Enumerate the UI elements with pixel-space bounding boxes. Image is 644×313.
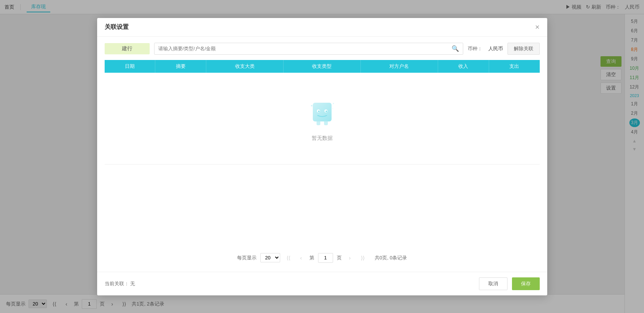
modal-close-button[interactable]: ×: [535, 23, 540, 31]
col-type: 收支类型: [284, 60, 361, 73]
table-container: 日期 摘要 收支大类 收支类型 对方户名 收入 支出: [105, 60, 540, 247]
last-page-btn[interactable]: ⟩⟩: [358, 253, 367, 262]
data-table: 日期 摘要 收支大类 收支类型 对方户名 收入 支出: [105, 60, 540, 165]
prev-page-btn[interactable]: ‹: [297, 253, 306, 262]
page-size-label: 每页显示: [237, 255, 257, 261]
modal-footer: 当前关联： 无 取消 保存: [97, 272, 547, 295]
svg-point-7: [332, 108, 333, 109]
cancel-button[interactable]: 取消: [479, 277, 507, 290]
svg-point-6: [333, 103, 334, 104]
svg-point-5: [311, 105, 312, 106]
empty-text: 暂无数据: [312, 135, 333, 142]
svg-rect-9: [324, 121, 328, 125]
search-box: 🔍: [154, 43, 463, 55]
col-income: 收入: [438, 60, 489, 73]
page-input[interactable]: [318, 253, 333, 263]
next-page-btn[interactable]: ›: [345, 253, 354, 262]
page-total: 共0页, 0条记录: [375, 255, 407, 261]
footer-buttons: 取消 保存: [479, 277, 540, 290]
col-counterparty: 对方户名: [360, 60, 438, 73]
col-summary: 摘要: [155, 60, 206, 73]
search-icon[interactable]: 🔍: [452, 45, 459, 52]
svg-rect-0: [313, 103, 332, 121]
pagination-row: 每页显示 20 ⟨⟨ ‹ 第 页 › ⟩⟩ 共0页, 0条记录: [105, 247, 540, 266]
currency-label: 币种：: [468, 45, 482, 52]
unlink-button[interactable]: 解除关联: [507, 43, 540, 55]
col-category: 收支大类: [206, 60, 284, 73]
modal-search-input[interactable]: [158, 46, 452, 51]
empty-row: 暂无数据: [105, 73, 540, 165]
page-unit: 页: [337, 255, 342, 261]
svg-point-4: [326, 111, 327, 112]
col-date: 日期: [105, 60, 155, 73]
current-link-value: 无: [130, 281, 135, 286]
col-expense: 支出: [489, 60, 539, 73]
first-page-btn[interactable]: ⟨⟨: [284, 253, 293, 262]
svg-rect-8: [317, 121, 320, 125]
page-size-select[interactable]: 20: [260, 253, 280, 262]
bank-tag: 建行: [105, 43, 150, 54]
svg-point-3: [318, 111, 320, 112]
currency-value: 人民币: [488, 45, 503, 52]
empty-state: 暂无数据: [105, 73, 540, 164]
empty-illustration: [303, 95, 341, 129]
save-button[interactable]: 保存: [512, 277, 540, 290]
modal-dialog: 关联设置 × 建行 🔍 币种： 人民币 解除关联 日期 摘要 收支大类: [97, 18, 547, 295]
page-label: 第: [309, 255, 314, 261]
modal-title: 关联设置: [105, 23, 129, 31]
modal-top-row: 建行 🔍 币种： 人民币 解除关联: [105, 43, 540, 55]
table-header-row: 日期 摘要 收支大类 收支类型 对方户名 收入 支出: [105, 60, 540, 73]
modal-body: 建行 🔍 币种： 人民币 解除关联 日期 摘要 收支大类 收支类型 对方户名: [97, 37, 547, 272]
current-link: 当前关联： 无: [105, 280, 135, 287]
modal-header: 关联设置 ×: [97, 18, 547, 37]
current-link-label: 当前关联：: [105, 281, 129, 286]
